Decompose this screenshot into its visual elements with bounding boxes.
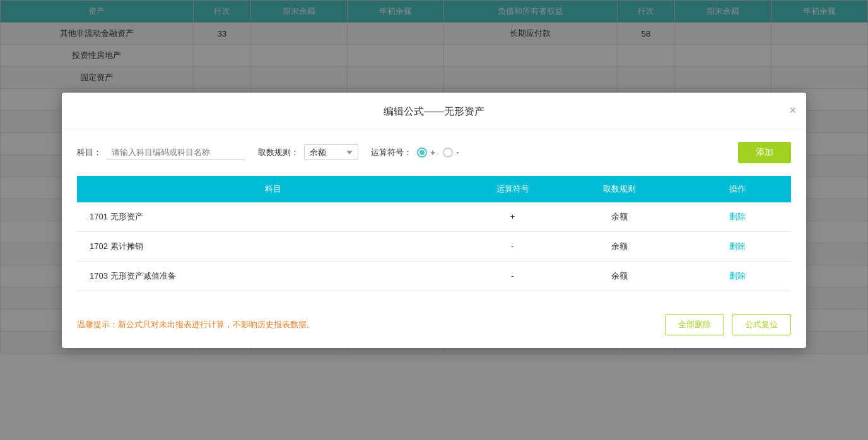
formula-subject: 1702 累计摊销 bbox=[77, 231, 470, 261]
operator-field: 运算符号： + - bbox=[371, 147, 459, 158]
formula-operator: - bbox=[470, 261, 556, 291]
form-row: 科目： 取数规则： 余额 借方 贷方 借方累计 贷方累计 bbox=[77, 142, 791, 163]
modal-dialog: 编辑公式——无形资产 × 科目： 取数规则： 余额 借方 bbox=[62, 93, 806, 348]
formula-row: 1703 无形资产减值准备-余额删除 bbox=[77, 261, 791, 291]
formula-subject: 1703 无形资产减值准备 bbox=[77, 261, 470, 291]
formula-subject: 1701 无形资产 bbox=[77, 202, 470, 232]
formula-action: 删除 bbox=[684, 261, 791, 291]
formula-row: 1702 累计摊销-余额删除 bbox=[77, 231, 791, 261]
radio-plus[interactable]: + bbox=[417, 148, 435, 158]
rule-field: 取数规则： 余额 借方 贷方 借方累计 贷方累计 bbox=[258, 144, 358, 160]
rule-label: 取数规则： bbox=[258, 147, 299, 158]
subject-input[interactable] bbox=[107, 145, 245, 160]
subject-field: 科目： bbox=[77, 145, 245, 160]
formula-table: 科目 运算符号 取数规则 操作 1701 无形资产+余额删除1702 累计摊销-… bbox=[77, 176, 791, 291]
operator-label: 运算符号： bbox=[371, 147, 412, 158]
radio-plus-label: + bbox=[430, 148, 435, 158]
modal-overlay: 编辑公式——无形资产 × 科目： 取数规则： 余额 借方 bbox=[0, 0, 868, 440]
th-rule: 取数规则 bbox=[555, 176, 684, 202]
modal-body: 科目： 取数规则： 余额 借方 贷方 借方累计 贷方累计 bbox=[62, 129, 806, 304]
modal-footer: 温馨提示：新公式只对未出报表进行计算，不影响历史报表数据。 全部删除 公式复位 bbox=[62, 304, 806, 348]
subject-label: 科目： bbox=[77, 147, 102, 158]
formula-rule: 余额 bbox=[555, 202, 684, 232]
formula-operator: + bbox=[470, 202, 556, 232]
delete-row-button[interactable]: 删除 bbox=[729, 270, 746, 282]
modal-title: 编辑公式——无形资产 bbox=[384, 106, 484, 117]
rule-select[interactable]: 余额 借方 贷方 借方累计 贷方累计 bbox=[304, 144, 358, 160]
reset-formula-button[interactable]: 公式复位 bbox=[732, 314, 791, 335]
formula-action: 删除 bbox=[684, 231, 791, 261]
rule-select-wrap: 余额 借方 贷方 借方累计 贷方累计 bbox=[304, 144, 358, 160]
radio-plus-circle[interactable] bbox=[417, 148, 427, 158]
formula-row: 1701 无形资产+余额删除 bbox=[77, 202, 791, 232]
th-action: 操作 bbox=[684, 176, 791, 202]
formula-action: 删除 bbox=[684, 202, 791, 232]
footer-hint: 温馨提示：新公式只对未出报表进行计算，不影响历史报表数据。 bbox=[77, 319, 315, 330]
footer-buttons: 全部删除 公式复位 bbox=[665, 314, 791, 335]
radio-minus-circle[interactable] bbox=[443, 148, 453, 158]
add-button[interactable]: 添加 bbox=[738, 142, 791, 163]
formula-rule: 余额 bbox=[555, 231, 684, 261]
formula-operator: - bbox=[470, 231, 556, 261]
delete-all-button[interactable]: 全部删除 bbox=[665, 314, 724, 335]
formula-rule: 余额 bbox=[555, 261, 684, 291]
modal-close-button[interactable]: × bbox=[789, 105, 796, 116]
delete-row-button[interactable]: 删除 bbox=[729, 241, 746, 252]
th-subject: 科目 bbox=[77, 176, 470, 202]
radio-minus-label: - bbox=[456, 148, 459, 158]
radio-group: + - bbox=[417, 148, 459, 158]
th-operator: 运算符号 bbox=[470, 176, 556, 202]
delete-row-button[interactable]: 删除 bbox=[729, 211, 746, 223]
modal-header: 编辑公式——无形资产 × bbox=[62, 93, 806, 129]
radio-minus[interactable]: - bbox=[443, 148, 459, 158]
